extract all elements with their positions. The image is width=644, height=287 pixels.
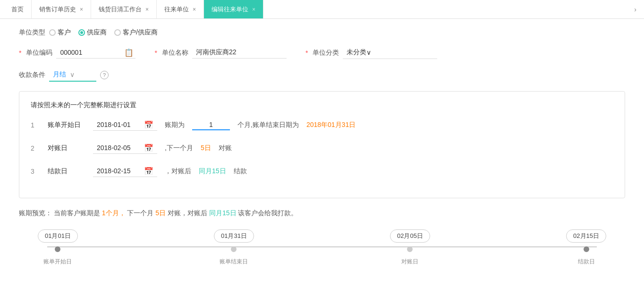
period-num-1: 1: [31, 121, 40, 129]
period-suffix-1: 账期为: [165, 121, 185, 129]
payment-condition-select[interactable]: 月结 ∨: [49, 68, 96, 82]
timeline-point-3: 02月05日 对账日: [390, 229, 430, 266]
unit-name-required: *: [154, 49, 157, 57]
tab-sales-order-history[interactable]: 销售订单历史 ×: [32, 0, 91, 18]
timeline-label-1: 账单开始日: [43, 258, 72, 266]
close-tab-partner-units[interactable]: ×: [193, 6, 196, 13]
timeline-dot-2: [231, 246, 237, 252]
timeline-badge-2: 01月31日: [214, 229, 254, 243]
period-num-3: 3: [31, 168, 40, 175]
period-date-2: 📅: [93, 142, 157, 154]
timeline-point-4: 02月15日 结款日: [566, 229, 606, 266]
payment-help-icon[interactable]: ?: [100, 71, 109, 79]
unit-name-field: * 单位名称: [154, 47, 286, 59]
timeline-dot-4: [584, 246, 589, 252]
preview-text-end: 该客户会给我打款。: [238, 209, 297, 217]
period-suffix-2a: ,下一个月: [165, 144, 193, 152]
unit-name-label: 单位名称: [162, 49, 188, 57]
period-months-input[interactable]: [192, 120, 230, 130]
payment-condition-label: 收款条件: [19, 71, 45, 79]
close-tab-sales-order-history[interactable]: ×: [80, 6, 83, 13]
period-row-3: 3 结款日 📅 ，对账后 同月15日 结款: [31, 165, 613, 177]
preview-payment-highlight: 同月15日: [209, 209, 237, 217]
unit-type-label: 单位类型: [19, 28, 45, 37]
period-label-1: 账单开始日: [48, 121, 85, 129]
unit-code-input-wrapper: 📋: [56, 47, 136, 59]
main-content: 单位类型 客户 供应商 客户/供应商 * 单位编码: [0, 19, 644, 287]
calendar-icon-1[interactable]: 📅: [142, 120, 155, 129]
timeline-items: 01月01日 账单开始日 01月31日 账单结束日 02月05日 对账日 02月…: [38, 229, 606, 266]
period-date-input-2[interactable]: [95, 143, 142, 152]
tab-home[interactable]: 首页: [4, 0, 32, 18]
timeline-dot-3: [407, 246, 413, 252]
unit-code-field: * 单位编码 📋: [19, 47, 136, 59]
preview-months-highlight: 1个月，: [102, 209, 126, 217]
unit-class-required: *: [305, 49, 308, 57]
preview-reconcile-end: 对账，对账后: [168, 209, 207, 217]
unit-code-required: *: [19, 49, 21, 57]
payment-condition-value: 月结: [53, 70, 66, 79]
unit-classification-label: 单位分类: [313, 49, 339, 57]
close-tab-cash-goods[interactable]: ×: [145, 6, 149, 13]
timeline-badge-4: 02月15日: [566, 229, 606, 243]
tab-cash-goods-workbench[interactable]: 钱货日清工作台 ×: [91, 0, 157, 18]
period-settings-box: 请按照未来的一个完整帐期进行设置 1 账单开始日 📅 账期为 个月,账单结束日期…: [19, 91, 625, 198]
timeline-dot-1: [55, 246, 60, 252]
unit-classification-field: * 单位分类 未分类 ∨: [305, 46, 437, 59]
period-end-date-highlight: 2018年01月31日: [306, 121, 356, 129]
period-months-unit: 个月,账单结束日期为: [237, 121, 299, 129]
radio-circle-customer-supplier: [114, 29, 121, 36]
unit-type-field: 单位类型 客户 供应商 客户/供应商: [19, 28, 158, 37]
unit-code-input[interactable]: [56, 47, 122, 58]
period-date-input-3[interactable]: [95, 166, 142, 176]
period-day-highlight-2: 5日: [201, 144, 211, 152]
timeline-label-3: 对账日: [401, 258, 418, 266]
radio-circle-supplier: [78, 29, 85, 36]
period-suffix-3a: ，对账后: [165, 167, 191, 176]
period-label-2: 对账日: [48, 144, 85, 152]
period-suffix-3b: 结款: [234, 167, 247, 176]
period-day-highlight-3: 同月15日: [199, 167, 226, 176]
close-tab-edit-partner-unit[interactable]: ×: [252, 6, 255, 13]
preview-label: 账期预览：: [19, 209, 52, 217]
unit-classification-dropdown[interactable]: 未分类 ∨: [343, 46, 437, 59]
classification-dropdown-arrow: ∨: [366, 49, 371, 56]
preview-reconcile-start: 下一个月: [127, 209, 153, 217]
payment-dropdown-arrow: ∨: [70, 71, 75, 78]
timeline-point-2: 01月31日 账单结束日: [214, 229, 254, 266]
unit-name-input[interactable]: [192, 47, 287, 59]
preview-reconcile-day: 5日: [155, 209, 166, 217]
period-row-2: 2 对账日 📅 ,下一个月 5日 对账: [31, 142, 613, 154]
period-num-2: 2: [31, 144, 40, 152]
radio-group-unit-type: 客户 供应商 客户/供应商: [49, 28, 158, 37]
unit-code-icon[interactable]: 📋: [122, 48, 136, 57]
tab-nav-arrow[interactable]: ›: [630, 0, 640, 18]
timeline-badge-3: 02月05日: [390, 229, 430, 243]
timeline-label-4: 结款日: [578, 258, 595, 266]
period-suffix-2b: 对账: [219, 144, 232, 152]
period-box-title: 请按照未来的一个完整帐期进行设置: [31, 101, 613, 110]
timeline-point-1: 01月01日 账单开始日: [38, 229, 78, 266]
radio-circle-customer: [49, 29, 56, 36]
account-preview: 账期预览： 当前客户账期是 1个月， 下一个月 5日 对账，对账后 同月15日 …: [19, 208, 625, 218]
unit-info-row: * 单位编码 📋 * 单位名称 * 单位分类 未分类 ∨: [19, 46, 625, 59]
radio-supplier[interactable]: 供应商: [78, 28, 107, 37]
period-date-input-1[interactable]: [95, 120, 142, 129]
timeline-badge-1: 01月01日: [38, 229, 78, 243]
timeline-container: 01月01日 账单开始日 01月31日 账单结束日 02月05日 对账日 02月…: [19, 229, 625, 266]
calendar-icon-2[interactable]: 📅: [142, 144, 155, 152]
period-label-3: 结款日: [48, 167, 85, 176]
tab-edit-partner-unit[interactable]: 编辑往来单位 ×: [204, 0, 263, 18]
timeline-label-2: 账单结束日: [220, 258, 248, 266]
radio-customer-supplier[interactable]: 客户/供应商: [114, 28, 158, 37]
tab-bar: 首页 销售订单历史 × 钱货日清工作台 × 往来单位 × 编辑往来单位 × ›: [0, 0, 644, 19]
radio-customer[interactable]: 客户: [49, 28, 71, 37]
unit-type-row: 单位类型 客户 供应商 客户/供应商: [19, 28, 625, 37]
payment-condition-row: 收款条件 月结 ∨ ?: [19, 68, 625, 82]
calendar-icon-3[interactable]: 📅: [142, 167, 155, 176]
period-date-1: 📅: [93, 119, 157, 131]
unit-code-label: 单位编码: [26, 49, 52, 57]
preview-text-start: 当前客户账期是: [54, 209, 100, 217]
period-date-3: 📅: [93, 165, 157, 177]
tab-partner-units[interactable]: 往来单位 ×: [157, 0, 204, 18]
